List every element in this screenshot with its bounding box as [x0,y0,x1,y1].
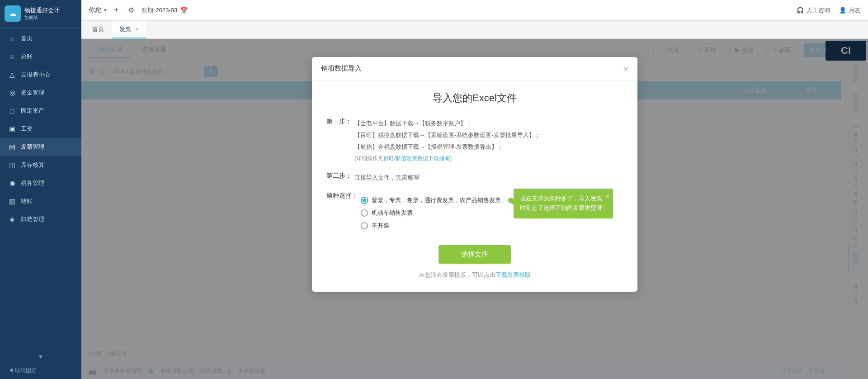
sidebar-item-tax-label: 税务管理 [21,179,44,187]
modal-main-title: 导入您的Excel文件 [326,91,623,105]
unpin-label: ◀ 取消固定 [8,367,37,374]
step1-line2: 【百旺】税控盘数据下载→【系统设置-系统参数设置-发票批量导入】； [354,129,541,141]
company-name: 你您 [89,6,101,14]
add-icon[interactable]: + [112,4,121,17]
modal-close-btn[interactable]: × [623,65,628,73]
sidebar-item-archive-label: 归档管理 [21,215,44,223]
company-selector[interactable]: 你您 ▾ [89,6,107,14]
sidebar-item-checkout-label: 结账 [21,197,33,205]
cloud-icon: △ [8,71,16,79]
tabbar: 首页 发票 × [81,21,868,39]
step1-row: 第一步： 【全电平台】数据下载→【税务数字账户】； 【百旺】税控盘数据下载→【系… [326,118,623,164]
sidebar-item-ledger[interactable]: ≡ 总账 [0,47,81,66]
download-template-link[interactable]: 下载发票模版 [495,271,531,278]
content-area: 销项发票 进项发票 📄 凭证 + 新增 [81,39,868,379]
sidebar-item-salary[interactable]: ▣ 工资 [0,120,81,138]
step1-content: 【全电平台】数据下载→【税务数字账户】； 【百旺】税控盘数据下载→【系统设置-系… [354,118,541,164]
app-logo-icon: ☁ [5,5,21,22]
sidebar: ☁ 畅捷通好会计 旗舰版 ⌂ 首页 ≡ 总账 △ 云报表中心 ◎ 资金管理 [0,0,81,379]
sidebar-item-invoice[interactable]: ▤ 发票管理 [0,138,81,156]
sidebar-item-cloud-label: 云报表中心 [21,71,50,79]
radio-general[interactable]: 普票，专票，卷票，通行费发票，农产品销售发票 × 现在支持的票种多了，导入发票时… [361,196,514,204]
step2-label: 第二步： [326,172,352,180]
radio-group: 普票，专票，卷票，通行费发票，农产品销售发票 × 现在支持的票种多了，导入发票时… [361,196,514,234]
sidebar-item-funds[interactable]: ◎ 资金管理 [0,84,81,102]
archive-icon: ◈ [8,215,16,223]
step1-link: (详细操作见百旺/航信发票数据下载指南) [354,153,541,164]
sidebar-item-salary-label: 工资 [21,125,33,133]
period-display: 账期 2023-03 📅 [142,6,188,14]
checkout-icon: ▥ [8,197,16,205]
modal-footer-note: 若您没有发票模版，可以点击下载发票模版 [326,271,623,279]
sidebar-item-assets[interactable]: □ 固定资产 [0,102,81,120]
radio-motor[interactable]: 机动车销售发票 [361,209,514,217]
ticket-label: 票种选择： [326,192,358,200]
app-logo-text: 畅捷通好会计 旗舰版 [24,6,60,21]
radio-general-circle [361,197,368,204]
sidebar-item-home-label: 首页 [21,34,33,43]
guide-link[interactable]: 百旺/航信发票数据下载指南 [383,155,450,161]
radio-general-label: 普票，专票，卷票，通行费发票，农产品销售发票 [372,196,501,204]
modal-title: 销项数据导入 [321,64,362,73]
tab-home-label: 首页 [92,25,104,33]
radio-motor-label: 机动车销售发票 [372,209,413,217]
tax-icon: ◉ [8,179,16,187]
user-menu[interactable]: 👤 用友 [839,6,861,14]
sidebar-item-tax[interactable]: ◉ 税务管理 [0,174,81,192]
modal-overlay: 销项数据导入 × 导入您的Excel文件 第一步： 【全电平台】数据下载→【税务… [81,39,868,379]
sidebar-item-assets-label: 固定资产 [21,107,44,115]
topbar: 你您 ▾ + ⚙ 账期 2023-03 📅 🎧 人工咨询 👤 用友 [81,0,868,21]
sidebar-item-cloud[interactable]: △ 云报表中心 [0,66,81,84]
sidebar-unpin[interactable]: ◀ 取消固定 [0,362,81,379]
calendar-icon[interactable]: 📅 [180,7,188,14]
sidebar-item-checkout[interactable]: ▥ 结账 [0,192,81,210]
tooltip-close-btn[interactable]: × [606,191,609,201]
sidebar-nav: ⌂ 首页 ≡ 总账 △ 云报表中心 ◎ 资金管理 □ 固定资产 ▣ 工资 [0,28,81,351]
tooltip-text: 现在支持的票种多了，导入发票时别忘了选择正确的发票类型呀! [520,195,604,211]
tooltip-box: × 现在支持的票种多了，导入发票时别忘了选择正确的发票类型呀! [514,189,613,218]
sidebar-item-funds-label: 资金管理 [21,89,44,97]
modal-header: 销项数据导入 × [312,57,637,81]
assets-icon: □ [8,107,16,115]
step2-content: 直接导入文件，无需整理 [354,172,419,184]
funds-icon: ◎ [8,89,16,97]
home-icon: ⌂ [8,35,16,43]
sidebar-item-invoice-label: 发票管理 [21,143,44,151]
invoice-icon: ▤ [8,143,16,151]
tab-invoice[interactable]: 发票 × [112,21,146,38]
period-label: 账期 [142,6,153,14]
radio-noticket-label: 不开票 [372,222,389,230]
step1-line3: 【航信】金税盘数据下载→【报税管理-发票数据导出】； [354,141,541,153]
consult-label: 人工咨询 [807,6,830,14]
inventory-icon: ◫ [8,161,16,169]
user-name: 用友 [849,6,861,14]
tab-home[interactable]: 首页 [85,21,111,38]
radio-noticket-circle [361,222,368,229]
sidebar-item-inventory-label: 库存核算 [21,161,44,169]
app-badge: 旗舰版 [24,14,60,21]
import-modal: 销项数据导入 × 导入您的Excel文件 第一步： 【全电平台】数据下载→【税务… [312,57,637,292]
step1-line1: 【全电平台】数据下载→【税务数字账户】； [354,118,541,129]
step2-row: 第二步： 直接导入文件，无需整理 [326,172,623,184]
radio-motor-circle [361,209,368,217]
settings-icon[interactable]: ⚙ [126,4,136,16]
sidebar-logo: ☁ 畅捷通好会计 旗舰版 [0,0,81,28]
select-file-btn[interactable]: 选择文件 [439,245,511,264]
modal-body: 导入您的Excel文件 第一步： 【全电平台】数据下载→【税务数字账户】； 【百… [312,81,637,292]
ledger-icon: ≡ [8,53,16,61]
tooltip-wrapper: × 现在支持的票种多了，导入发票时别忘了选择正确的发票类型呀! [505,198,514,203]
sidebar-item-archive[interactable]: ◈ 归档管理 [0,210,81,228]
sidebar-item-home[interactable]: ⌂ 首页 [0,29,81,47]
main-area: 你您 ▾ + ⚙ 账期 2023-03 📅 🎧 人工咨询 👤 用友 [81,0,868,379]
tab-invoice-close[interactable]: × [136,26,139,33]
app-name: 畅捷通好会计 [24,6,60,14]
headset-icon: 🎧 [797,7,804,14]
sidebar-scroll-down[interactable]: ▼ [0,351,81,362]
salary-icon: ▣ [8,125,16,133]
company-chevron-icon: ▾ [104,7,107,13]
radio-noticket[interactable]: 不开票 [361,222,514,230]
consult-button[interactable]: 🎧 人工咨询 [797,6,830,14]
ticket-selection-row: 票种选择： 普票，专票，卷票，通行费发票，农产品销售发票 [326,192,623,234]
sidebar-item-inventory[interactable]: ◫ 库存核算 [0,156,81,174]
tab-invoice-label: 发票 [119,25,131,33]
